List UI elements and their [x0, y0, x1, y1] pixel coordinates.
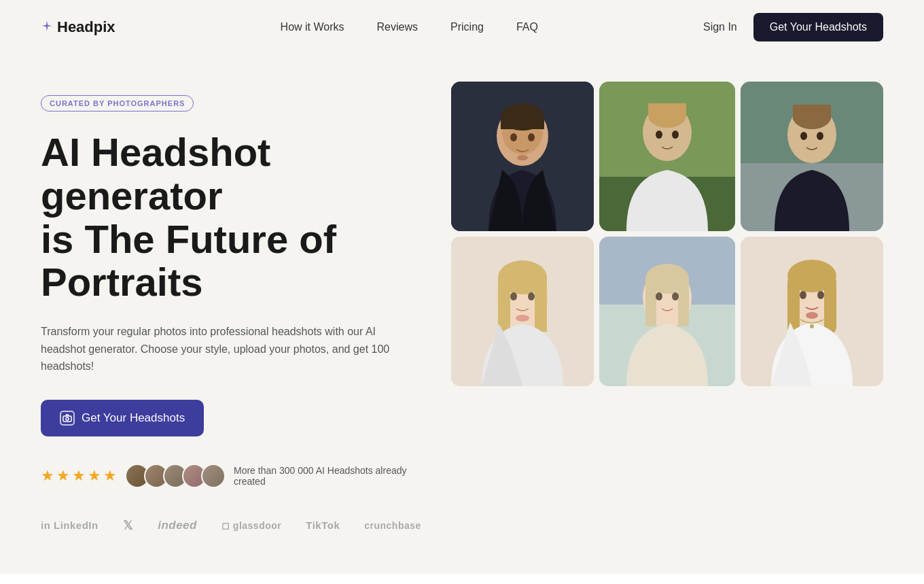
svg-point-41: [656, 292, 662, 300]
svg-rect-6: [501, 117, 544, 129]
svg-point-31: [510, 292, 517, 300]
navbar: Headpix How it Works Reviews Pricing FAQ…: [0, 0, 924, 54]
nav-pricing[interactable]: Pricing: [450, 21, 484, 33]
hero-description: Transform your regular photos into profe…: [41, 323, 394, 375]
svg-rect-47: [824, 276, 836, 334]
camera-icon: [60, 411, 75, 426]
brand-name: Headpix: [57, 18, 116, 36]
logo-star-icon: [41, 20, 53, 32]
svg-point-42: [672, 292, 679, 300]
svg-rect-40: [678, 279, 689, 326]
headshot-photo-5: [599, 237, 735, 386]
hero-section: CURATED BY PHOTOGRAPHERS AI Headshot gen…: [0, 54, 924, 574]
svg-point-17: [672, 131, 679, 139]
nav-faq[interactable]: FAQ: [516, 21, 538, 33]
star-rating: ★ ★ ★ ★ ★: [41, 467, 117, 485]
svg-point-48: [800, 291, 806, 299]
svg-rect-46: [787, 276, 800, 334]
svg-point-7: [510, 133, 517, 141]
hero-cta-label: Get Your Headshots: [82, 411, 185, 425]
svg-point-1: [66, 417, 69, 420]
curated-badge: CURATED BY PHOTOGRAPHERS: [41, 95, 194, 111]
indeed-logo: indeed: [158, 519, 197, 532]
hero-photo-grid: [451, 82, 883, 394]
headshot-photo-1: [451, 82, 594, 231]
svg-point-49: [817, 291, 824, 299]
social-proof: ★ ★ ★ ★ ★ More than 300 000 AI Headshots…: [41, 464, 424, 488]
hero-left: CURATED BY PHOTOGRAPHERS AI Headshot gen…: [41, 82, 424, 533]
svg-point-33: [516, 315, 529, 322]
star-3: ★: [72, 467, 86, 485]
headshot-photo-4: [451, 237, 594, 386]
svg-point-8: [528, 133, 535, 141]
navbar-right: Sign In Get Your Headshots: [703, 13, 883, 41]
hero-cta-button[interactable]: Get Your Headshots: [41, 400, 204, 436]
tiktok-logo: TikTok: [306, 519, 340, 531]
signin-link[interactable]: Sign In: [703, 21, 737, 33]
linkedin-logo: in LinkedIn: [41, 519, 99, 531]
svg-rect-39: [645, 279, 656, 326]
user-avatars: [125, 464, 226, 488]
svg-point-16: [656, 131, 662, 139]
headshot-photo-3: [741, 82, 883, 231]
hero-title-line2: is The Future of Portraits: [41, 217, 336, 305]
crunchbase-logo: crunchbase: [364, 520, 421, 531]
svg-rect-0: [63, 416, 71, 422]
glassdoor-logo: ◻ glassdoor: [221, 520, 281, 531]
headshot-photo-6: [741, 237, 883, 386]
star-1: ★: [41, 467, 54, 485]
svg-point-23: [800, 132, 807, 140]
nav-cta-button[interactable]: Get Your Headshots: [753, 13, 883, 41]
svg-point-9: [517, 155, 528, 160]
svg-point-50: [806, 312, 818, 319]
svg-rect-22: [793, 105, 831, 120]
x-logo: 𝕏: [123, 518, 134, 533]
social-proof-text: More than 300 000 AI Headshots already c…: [234, 465, 424, 487]
brand-logos: in LinkedIn 𝕏 indeed ◻ glassdoor TikTok …: [41, 518, 424, 533]
svg-point-32: [528, 292, 535, 300]
hero-title: AI Headshot generator is The Future of P…: [41, 131, 424, 304]
svg-rect-30: [535, 277, 547, 332]
star-4: ★: [88, 467, 101, 485]
nav-how-it-works[interactable]: How it Works: [281, 21, 344, 33]
hero-title-line1: AI Headshot generator: [41, 130, 270, 218]
nav-links: How it Works Reviews Pricing FAQ: [281, 21, 538, 33]
examples-section: Examples of Generated AI Headshots: [0, 574, 924, 584]
brand-logo[interactable]: Headpix: [41, 18, 116, 36]
headshot-photo-2: [599, 82, 735, 231]
svg-point-51: [810, 324, 814, 328]
svg-rect-29: [498, 277, 510, 332]
nav-reviews[interactable]: Reviews: [377, 21, 418, 33]
svg-point-24: [817, 132, 823, 140]
star-2: ★: [56, 467, 70, 485]
svg-rect-15: [648, 103, 686, 117]
avatar-5: [201, 464, 226, 488]
star-5: ★: [103, 467, 117, 485]
